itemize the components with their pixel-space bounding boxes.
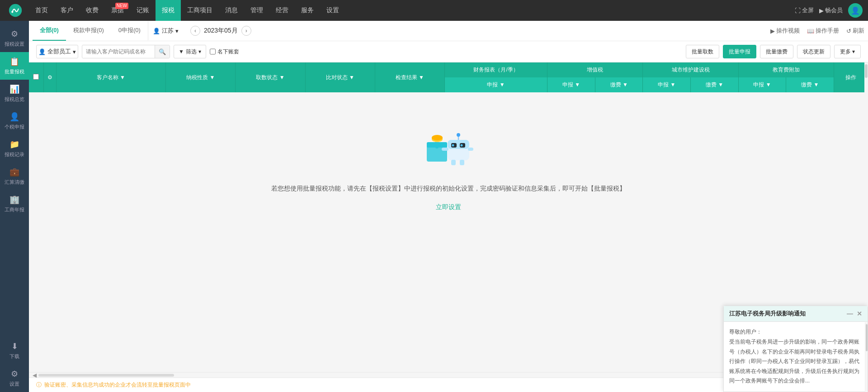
- nav-item-fee[interactable]: 收费: [80, 0, 105, 21]
- col-tax-nature: 纳税性质 ▼: [166, 62, 236, 92]
- filter-icon-compare: ▼: [349, 74, 354, 81]
- sidebar-item-batch-tax[interactable]: 📋 批量报税: [0, 52, 29, 80]
- filter-icon-cd: ▼: [670, 81, 676, 88]
- settings-icon: ⚙: [11, 369, 18, 379]
- region-select[interactable]: 👤 江苏 ▾: [148, 21, 183, 40]
- col-city-tax: 城市维护建设税: [643, 62, 738, 77]
- nav-item-business[interactable]: 工商项目: [181, 0, 219, 21]
- sidebar-bottom: ⬇ 下载 ⚙ 设置: [0, 337, 29, 392]
- tabs-row: 全部(0) 税款申报(0) 0申报(0) 👤 江苏 ▾ ‹ 2023年05月 ›…: [29, 21, 868, 41]
- col-check-result: 检查结果 ▼: [375, 62, 444, 92]
- search-icon: 🔍: [159, 48, 166, 55]
- sidebar-item-personal-tax[interactable]: 👤 个税申报: [0, 107, 29, 135]
- avatar[interactable]: 👤: [848, 3, 863, 18]
- sidebar-item-annual-report[interactable]: 🏢 工商年报: [0, 190, 29, 218]
- top-nav-right: ⛶ 全屏 ▶ 畅会员 👤: [795, 3, 863, 18]
- col-compare-status: 比对状态 ▼: [305, 62, 375, 92]
- search-input[interactable]: [82, 45, 155, 58]
- current-date: 2023年05月: [204, 27, 238, 35]
- next-month-btn[interactable]: ›: [241, 26, 251, 36]
- nav-item-service[interactable]: 服务: [295, 0, 320, 21]
- col-vat: 增值税: [547, 62, 643, 77]
- filter-icon-ep: ▼: [813, 81, 819, 88]
- notification-minimize-btn[interactable]: —: [847, 310, 853, 317]
- notification-close-btn[interactable]: ✕: [857, 310, 862, 317]
- filter-button[interactable]: ▼ 筛选 ▾: [174, 45, 206, 58]
- settings-col-icon[interactable]: ⚙: [47, 74, 52, 81]
- notif-scrollbar[interactable]: [865, 322, 868, 392]
- prev-month-btn[interactable]: ‹: [190, 26, 200, 36]
- nav-item-settings[interactable]: 设置: [320, 0, 345, 21]
- more-btn[interactable]: 更多 ▾: [834, 45, 861, 58]
- notification-text: 尊敬的用户： 受当前电子税务局进一步升级的影响，同一个政务网账号（办税人）名下的…: [729, 327, 862, 386]
- nav-item-accounting[interactable]: 记账: [130, 0, 156, 21]
- sidebar-item-download[interactable]: ⬇ 下载: [0, 337, 29, 364]
- refresh-btn[interactable]: ↺ 刷新: [846, 27, 864, 35]
- svg-rect-18: [451, 160, 456, 165]
- setup-link[interactable]: 立即设置: [436, 203, 461, 211]
- filter-icon-fd: ▼: [500, 81, 505, 88]
- svg-point-1: [11, 11, 13, 13]
- col-vat-declare: 申报 ▼: [547, 77, 595, 92]
- more-chevron-icon: ▾: [852, 48, 855, 55]
- svg-point-15: [457, 133, 460, 137]
- operation-manual-btn[interactable]: 📖 操作手册: [807, 27, 839, 35]
- h-scroll-thumb[interactable]: [38, 374, 174, 377]
- fullscreen-btn[interactable]: ⛶ 全屏: [795, 6, 814, 14]
- tax-settings-icon: ⚙: [11, 29, 18, 39]
- v-scroll-thumb[interactable]: [865, 64, 868, 78]
- annual-report-icon: 🏢: [9, 195, 19, 205]
- nav-item-tax[interactable]: 报税: [156, 0, 181, 21]
- nav-item-manage[interactable]: 管理: [244, 0, 269, 21]
- bottom-bar-text: 验证账密、采集信息均成功的企业才会流转至批量报税页面中: [44, 381, 191, 389]
- notification-header-actions: — ✕: [847, 310, 862, 317]
- tax-record-icon: 📁: [9, 139, 19, 149]
- vip-btn[interactable]: ▶ 畅会员: [819, 6, 843, 14]
- search-button[interactable]: 🔍: [155, 45, 170, 58]
- col-customer-name: 客户名称 ▼: [56, 62, 166, 92]
- notif-scroll-thumb[interactable]: [866, 324, 868, 351]
- new-badge: NEW: [115, 3, 128, 9]
- nav-item-customer[interactable]: 客户: [54, 0, 80, 21]
- employee-select[interactable]: 👤 全部员工 ▾: [36, 45, 78, 58]
- col-finance-declare: 申报 ▼: [444, 77, 547, 92]
- batch-fetch-btn[interactable]: 批量取数: [686, 45, 719, 58]
- status-update-btn[interactable]: 状态更新: [797, 45, 830, 58]
- download-icon: ⬇: [11, 341, 18, 351]
- tab-zero-declare[interactable]: 0申报(0): [111, 21, 148, 41]
- tab-actions: ▶ 操作视频 📖 操作手册 ↺ 刷新: [770, 27, 864, 35]
- filter-chevron-icon: ▾: [198, 48, 201, 55]
- filter-icon-cp: ▼: [718, 81, 723, 88]
- filter-icon-customer: ▼: [120, 74, 125, 81]
- main-table: ⚙ 客户名称 ▼ 纳税性质 ▼ 取数状态 ▼ 比对状态 ▼: [29, 62, 868, 239]
- filter-icon-nature: ▼: [210, 74, 215, 81]
- batch-pay-btn[interactable]: 批量缴费: [760, 45, 793, 58]
- sidebar-item-tax-record[interactable]: 📁 报税记录: [0, 135, 29, 163]
- sidebar-item-tax-settings[interactable]: ⚙ 报税设置: [0, 24, 29, 52]
- tab-tax-declare[interactable]: 税款申报(0): [66, 21, 111, 41]
- notification-header: 江苏电子税务局升级影响通知 — ✕: [724, 306, 868, 322]
- sidebar: ⚙ 报税设置 📋 批量报税 📊 报税总览 👤 个税申报 📁 报税记录 💼 汇算清…: [0, 21, 29, 392]
- tab-all[interactable]: 全部(0): [33, 21, 66, 41]
- nav-item-operation[interactable]: 经营: [269, 0, 295, 21]
- sidebar-item-settlement[interactable]: 💼 汇算清缴: [0, 163, 29, 190]
- svg-rect-16: [442, 148, 448, 151]
- col-city-pay: 缴费 ▼: [691, 77, 739, 92]
- region-icon: 👤: [153, 28, 160, 34]
- sidebar-item-tax-overview[interactable]: 📊 报税总览: [0, 80, 29, 107]
- batch-declare-btn[interactable]: 批量申报: [723, 45, 756, 58]
- svg-point-12: [452, 144, 454, 147]
- select-all-checkbox[interactable]: [33, 74, 39, 80]
- col-operation: 操作: [834, 62, 868, 92]
- sidebar-item-settings[interactable]: ⚙ 设置: [0, 364, 29, 392]
- col-city-declare: 申报 ▼: [643, 77, 691, 92]
- nav-item-home[interactable]: 首页: [29, 0, 54, 21]
- operation-video-btn[interactable]: ▶ 操作视频: [770, 27, 800, 35]
- search-wrap: 🔍: [82, 45, 170, 58]
- under-account-checkbox-label[interactable]: 名下账套: [210, 45, 239, 58]
- nav-item-invoice[interactable]: 票据 NEW: [105, 0, 130, 21]
- nav-item-message[interactable]: 消息: [219, 0, 244, 21]
- employee-chevron-icon: ▾: [73, 48, 76, 55]
- under-account-checkbox[interactable]: [210, 45, 216, 58]
- filter-icon: ▼: [179, 48, 184, 55]
